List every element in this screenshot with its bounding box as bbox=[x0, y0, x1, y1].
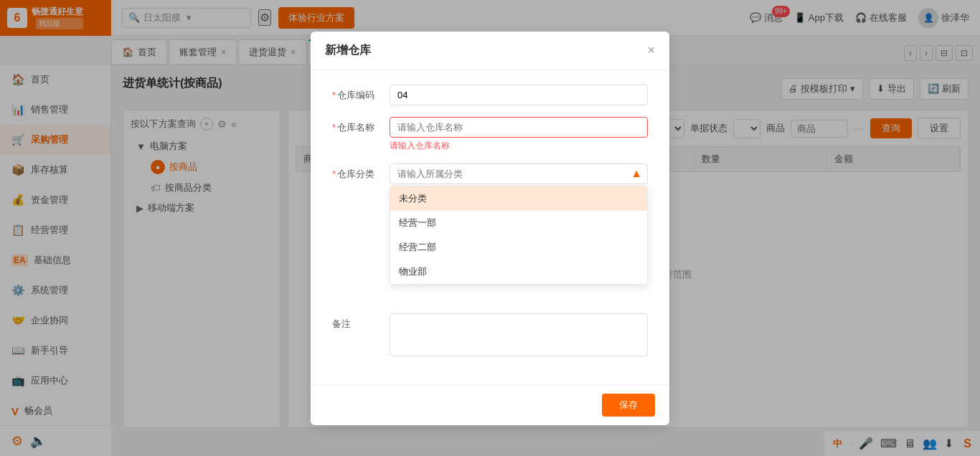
category-field: ▲ 未分类 经营一部 经营二部 物业部 bbox=[390, 163, 648, 184]
category-label: 仓库分类 bbox=[332, 163, 390, 181]
name-error-text: 请输入仓库名称 bbox=[390, 140, 648, 152]
code-label: 仓库编码 bbox=[332, 85, 390, 102]
modal-backdrop: 新增仓库 × 仓库编码 仓库名称 请输入仓库名称 仓库分类 bbox=[0, 0, 980, 456]
code-field bbox=[390, 85, 648, 105]
dropdown-item-unclassified[interactable]: 未分类 bbox=[390, 186, 647, 211]
category-input[interactable] bbox=[390, 163, 648, 184]
dropdown-item-ops1[interactable]: 经营一部 bbox=[390, 211, 647, 235]
category-select-wrapper: ▲ bbox=[390, 163, 648, 184]
note-label: 备注 bbox=[332, 313, 390, 331]
name-field: 请输入仓库名称 bbox=[390, 117, 648, 152]
save-button[interactable]: 保存 bbox=[602, 394, 655, 417]
name-label: 仓库名称 bbox=[332, 117, 390, 134]
note-field bbox=[390, 313, 648, 358]
modal-body: 仓库编码 仓库名称 请输入仓库名称 仓库分类 ▲ bbox=[311, 70, 669, 384]
modal-close-button[interactable]: × bbox=[647, 43, 655, 58]
form-row-category: 仓库分类 ▲ 未分类 经营一部 经营二部 物业部 bbox=[332, 163, 648, 184]
category-dropdown: 未分类 经营一部 经营二部 物业部 bbox=[390, 186, 648, 285]
form-row-code: 仓库编码 bbox=[332, 85, 648, 105]
modal-footer: 保存 bbox=[311, 384, 669, 425]
note-input[interactable] bbox=[390, 313, 648, 356]
form-row-name: 仓库名称 请输入仓库名称 bbox=[332, 117, 648, 152]
add-warehouse-modal: 新增仓库 × 仓库编码 仓库名称 请输入仓库名称 仓库分类 bbox=[311, 32, 669, 425]
code-input[interactable] bbox=[390, 85, 648, 105]
dropdown-item-property[interactable]: 物业部 bbox=[390, 260, 647, 284]
dropdown-item-ops2[interactable]: 经营二部 bbox=[390, 235, 647, 260]
category-arrow-icon[interactable]: ▲ bbox=[631, 167, 642, 180]
form-row-note: 备注 bbox=[332, 313, 648, 358]
name-input[interactable] bbox=[390, 117, 648, 138]
modal-header: 新增仓库 × bbox=[311, 32, 669, 70]
modal-title: 新增仓库 bbox=[325, 43, 371, 58]
